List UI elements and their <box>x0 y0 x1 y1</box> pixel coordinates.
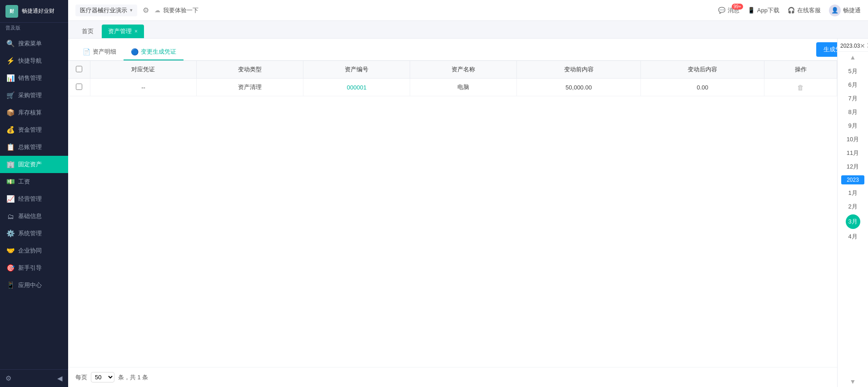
customer-service-label: 在线客服 <box>797 6 821 15</box>
month-item[interactable]: 4月 <box>838 230 868 243</box>
row-asset-code: 000001 <box>303 79 410 96</box>
company-name: 医疗器械行业演示 <box>80 6 127 15</box>
right-panel-header: 2023.03 ✕ ⛶ <box>838 39 868 52</box>
topbar: 医疗器械行业演示 ▾ ⚙ ☁ 我要体验一下 💬 消息 99+ 📱 App下载 🎧… <box>68 0 868 21</box>
sidebar-item-guide[interactable]: 🎯新手引导 <box>0 259 68 277</box>
baseinfo-icon: 🗂 <box>6 212 15 220</box>
quicknav-icon: ⚡ <box>6 57 15 65</box>
settings-icon[interactable]: ⚙ <box>143 6 149 15</box>
month-item[interactable]: 11月 <box>838 146 868 160</box>
sidebar-item-baseinfo[interactable]: 🗂基础信息 <box>0 208 68 225</box>
sub-tab2-label: 变更生成凭证 <box>141 48 176 56</box>
company-selector[interactable]: 医疗器械行业演示 ▾ <box>75 5 137 16</box>
sidebar-item-sales[interactable]: 📊销售管理 <box>0 69 68 87</box>
sidebar-item-funds[interactable]: 💰资金管理 <box>0 121 68 139</box>
messages-btn[interactable]: 💬 消息 99+ <box>718 6 739 15</box>
month-item[interactable]: 6月 <box>838 78 868 92</box>
col-after: 变动后内容 <box>640 61 764 79</box>
right-panel: 2023.03 ✕ ⛶ ▲ 5月6月7月8月9月10月11月12月20231月2… <box>837 39 868 387</box>
sidebar-item-search[interactable]: 🔍搜索菜单 <box>0 35 68 52</box>
sidebar-item-purchase[interactable]: 🛒采购管理 <box>0 87 68 104</box>
month-item[interactable]: 2月 <box>838 200 868 213</box>
close-icon[interactable]: ✕ <box>860 42 865 50</box>
app-download-btn[interactable]: 📱 App下载 <box>748 6 779 15</box>
month-item[interactable]: 8月 <box>838 105 868 119</box>
month-item[interactable]: 12月 <box>838 160 868 174</box>
tab-home-label: 首页 <box>82 27 94 35</box>
guide-icon: 🎯 <box>6 264 15 272</box>
sub-tabs: 📄 资产明细 🔵 变更生成凭证 <box>68 44 837 61</box>
sidebar-item-fixedassets[interactable]: 🏢固定资产 <box>0 156 68 173</box>
tab-home[interactable]: 首页 <box>75 25 100 38</box>
settings-icon[interactable]: ⚙ <box>5 374 11 382</box>
row-checkbox[interactable] <box>76 84 82 90</box>
month-item[interactable]: 9月 <box>838 119 868 133</box>
phone-icon: 📱 <box>748 7 755 14</box>
customer-service-btn[interactable]: 🎧 在线客服 <box>788 6 821 15</box>
sidebar-label-fixedassets: 固定资产 <box>18 160 42 169</box>
sidebar-logo: 财 畅捷通好业财 <box>0 0 68 23</box>
content-area: 📄 资产明细 🔵 变更生成凭证 生成凭证 ▼ <box>68 39 868 387</box>
sub-tab-asset-detail[interactable]: 📄 资产明细 <box>75 44 124 60</box>
select-all-checkbox[interactable] <box>76 66 82 72</box>
sidebar-label-guide: 新手引导 <box>18 264 42 272</box>
ledger-icon: 📋 <box>6 143 15 151</box>
month-item[interactable]: 3月 <box>846 214 860 229</box>
collapse-icon[interactable]: ◀ <box>57 374 63 382</box>
edition-label: 普及版 <box>0 23 68 35</box>
col-asset-name: 资产名称 <box>410 61 517 79</box>
sub-tab-change-voucher[interactable]: 🔵 变更生成凭证 <box>124 44 184 60</box>
per-page-label: 每页 <box>75 373 87 382</box>
sidebar-label-ledger: 总账管理 <box>18 143 42 151</box>
sidebar-label-funds: 资金管理 <box>18 126 42 134</box>
sidebar-item-collab[interactable]: 🤝企业协同 <box>0 242 68 259</box>
month-item[interactable]: 10月 <box>838 133 868 146</box>
experience-btn[interactable]: ☁ 我要体验一下 <box>154 6 198 15</box>
sidebar-footer: ⚙ ◀ <box>0 369 68 387</box>
sidebar: 财 畅捷通好业财 普及版 🔍搜索菜单⚡快捷导航📊销售管理🛒采购管理📦库存核算💰资… <box>0 0 68 387</box>
sidebar-item-inventory[interactable]: 📦库存核算 <box>0 104 68 121</box>
pagination-bar: 每页 102050100 条，共 1 条 <box>68 367 837 387</box>
app-download-label: App下载 <box>757 6 779 15</box>
avatar: 👤 <box>829 5 841 16</box>
year-label: 2023 <box>841 175 864 184</box>
sidebar-nav: 🔍搜索菜单⚡快捷导航📊销售管理🛒采购管理📦库存核算💰资金管理📋总账管理🏢固定资产… <box>0 35 68 369</box>
sidebar-item-system[interactable]: ⚙️系统管理 <box>0 225 68 242</box>
sidebar-label-inventory: 库存核算 <box>18 109 42 117</box>
sidebar-item-appstore[interactable]: 📱应用中心 <box>0 277 68 294</box>
row-before-content: 50,000.00 <box>517 79 641 96</box>
message-icon: 💬 <box>718 7 725 14</box>
right-panel-year: 2023.03 <box>840 43 860 49</box>
generate-voucher-button[interactable]: 生成凭证 ▼ <box>816 42 837 57</box>
row-checkbox-cell <box>68 79 90 96</box>
username-label: 畅捷通 <box>843 6 861 15</box>
scroll-down-btn[interactable]: ▼ <box>838 376 868 387</box>
sidebar-item-salary[interactable]: 💵工资 <box>0 173 68 190</box>
tab-close-icon[interactable]: × <box>134 28 138 35</box>
table-header-checkbox <box>68 61 90 79</box>
generate-btn-label: 生成凭证 <box>823 45 837 54</box>
sidebar-item-operations[interactable]: 📈经营管理 <box>0 190 68 208</box>
sidebar-item-quicknav[interactable]: ⚡快捷导航 <box>0 52 68 69</box>
col-change-type: 变动类型 <box>197 61 303 79</box>
month-item[interactable]: 1月 <box>838 186 868 200</box>
table-row: -- 资产清理 000001 电脑 50,000.00 0.00 🗑 <box>68 79 837 96</box>
appstore-icon: 📱 <box>6 281 15 289</box>
user-btn[interactable]: 👤 畅捷通 <box>829 5 861 16</box>
main-area: 医疗器械行业演示 ▾ ⚙ ☁ 我要体验一下 💬 消息 99+ 📱 App下载 🎧… <box>68 0 868 387</box>
month-item[interactable]: 7月 <box>838 92 868 105</box>
sub-tab1-label: 资产明细 <box>93 48 116 56</box>
tab-asset-management[interactable]: 资产管理 × <box>102 25 144 38</box>
row-voucher: -- <box>90 79 197 96</box>
delete-icon[interactable]: 🗑 <box>797 84 804 91</box>
logo-text: 畅捷通好业财 <box>22 8 55 15</box>
sidebar-item-ledger[interactable]: 📋总账管理 <box>0 139 68 156</box>
scroll-up-btn[interactable]: ▲ <box>838 52 868 63</box>
per-page-select[interactable]: 102050100 <box>91 372 114 382</box>
month-item[interactable]: 5月 <box>838 64 868 78</box>
sidebar-label-search: 搜索菜单 <box>18 40 42 48</box>
tabbar: 首页 资产管理 × <box>68 21 868 39</box>
operations-icon: 📈 <box>6 195 15 203</box>
col-before: 变动前内容 <box>517 61 641 79</box>
message-badge: 99+ <box>732 4 743 10</box>
